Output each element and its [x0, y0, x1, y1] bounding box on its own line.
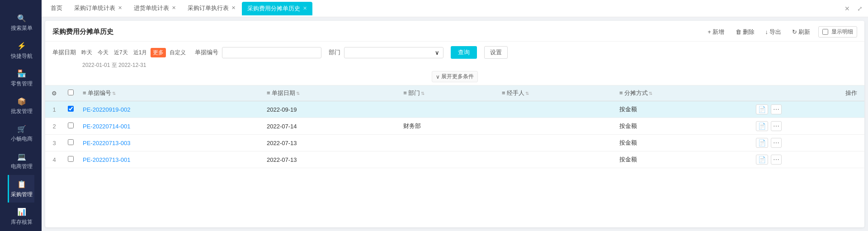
tab-close-purchase-order-exec[interactable]: ✕ [231, 5, 236, 11]
table-area: ⚙ ≡ 单据编号⇅ ≡ 单据日期⇅ ≡ 部门⇅ [45, 85, 864, 227]
order-no-link-2[interactable]: PE-20220713-003 [83, 140, 131, 146]
order-no-input[interactable] [222, 47, 321, 58]
table-checkbox-th[interactable] [63, 85, 78, 101]
date-btn-custom[interactable]: 自定义 [168, 48, 188, 57]
tab-home[interactable]: 首页 [45, 0, 68, 17]
col-date: ≡ 单据日期⇅ [262, 85, 399, 101]
row-date-3: 2022-07-13 [262, 151, 399, 168]
row-num-0: 1 [45, 101, 63, 118]
table-settings-th[interactable]: ⚙ [45, 85, 63, 101]
action-view-icon-1[interactable]: 📄 [756, 121, 768, 131]
sidebar-icon-purchase: 📋 [17, 179, 26, 189]
row-action-0: 📄 ⋯ [751, 101, 864, 118]
refresh-button[interactable]: ↻ 刷新 [789, 27, 813, 38]
row-order-no-3: PE-20220713-001 [78, 151, 262, 168]
row-checkbox-3[interactable] [63, 151, 78, 168]
show-columns-button[interactable]: 显示明细 [818, 26, 857, 38]
dept-select[interactable]: ∨ [344, 47, 443, 58]
sidebar-item-search[interactable]: 🔍 搜索菜单 [8, 9, 34, 37]
export-button[interactable]: ↓ 导出 [763, 27, 784, 38]
sidebar-label-inventory: 库存核算 [11, 218, 33, 226]
tab-purchase-order-stats[interactable]: 采购订单统计表✕ [69, 0, 127, 17]
tab-close-purchase-cost-split[interactable]: ✕ [303, 5, 307, 11]
date-btn-today[interactable]: 今天 [96, 48, 110, 57]
query-button[interactable]: 查询 [451, 46, 477, 59]
action-more-icon-0[interactable]: ⋯ [771, 104, 782, 114]
order-no-link-0[interactable]: PE-20220919-002 [83, 106, 131, 113]
sidebar-item-inventory[interactable]: 📊 库存核算 [8, 203, 34, 230]
sidebar-label-quick-nav: 快捷导航 [11, 52, 33, 60]
action-more-icon-2[interactable]: ⋯ [771, 138, 782, 148]
action-more-icon-3[interactable]: ⋯ [771, 155, 782, 165]
row-split-method-0: 按金额 [615, 101, 751, 118]
sidebar-label-wholesale: 批发管理 [11, 108, 33, 115]
row-checkbox-0[interactable] [63, 101, 78, 118]
row-num-2: 3 [45, 135, 63, 151]
col-action: 操作 [751, 85, 864, 101]
row-checkbox-2[interactable] [63, 135, 78, 151]
tab-inbound-stats[interactable]: 进货单统计表✕ [128, 0, 181, 17]
row-select-checkbox-2[interactable] [68, 139, 74, 145]
tab-label-inbound-stats: 进货单统计表 [134, 4, 169, 12]
row-checkbox-1[interactable] [63, 118, 78, 135]
sidebar-item-purchase[interactable]: 📋 采购管理 [8, 175, 34, 203]
tab-label-purchase-order-stats: 采购订单统计表 [74, 4, 115, 12]
action-view-icon-0[interactable]: 📄 [756, 104, 768, 114]
row-select-checkbox-1[interactable] [68, 123, 74, 128]
row-handler-0 [497, 101, 615, 118]
tab-label-purchase-cost-split: 采购费用分摊单历史 [247, 5, 300, 13]
page-header: 采购费用分摊单历史 + 新增 🗑 删除 ↓ 导出 ↻ 刷新 [45, 21, 864, 42]
order-no-link-3[interactable]: PE-20220713-001 [83, 156, 131, 163]
settings-button[interactable]: 设置 [484, 46, 508, 59]
sidebar-item-wholesale[interactable]: 📦 批发管理 [8, 92, 34, 120]
sidebar-item-mini-shop[interactable]: 🛒 小畅电商 [8, 120, 34, 147]
sidebar: 🔍 搜索菜单 ⚡ 快捷导航 🏪 零售管理 📦 批发管理 🛒 小畅电商 💻 电商管… [0, 0, 42, 231]
close-tab-icon[interactable]: ✕ [843, 4, 852, 13]
date-range: 2022-01-01 至 2022-12-31 [80, 61, 857, 69]
filter-area: 单据日期 昨天 今天 近7天 近1月 更多 自定义 单据编号 [45, 42, 864, 85]
row-order-no-1: PE-20220714-001 [78, 118, 262, 135]
add-button[interactable]: + 新增 [705, 27, 727, 38]
action-view-icon-3[interactable]: 📄 [756, 155, 768, 165]
sidebar-label-purchase: 采购管理 [11, 191, 33, 198]
date-btn-more[interactable]: 更多 [151, 48, 166, 57]
date-filter-label: 单据日期 [52, 48, 76, 57]
show-columns-checkbox[interactable] [822, 29, 828, 35]
tab-close-purchase-order-stats[interactable]: ✕ [118, 5, 122, 11]
expand-more-btn[interactable]: ∨ 展开更多条件 [432, 71, 478, 82]
row-handler-3 [497, 151, 615, 168]
delete-button[interactable]: 🗑 删除 [733, 27, 757, 38]
tab-close-inbound-stats[interactable]: ✕ [172, 5, 176, 11]
sidebar-icon-mini-shop: 🛒 [17, 124, 26, 134]
date-btn-1month[interactable]: 近1月 [132, 48, 149, 57]
row-split-method-1: 按金额 [615, 118, 751, 135]
chevron-down-icon: ∨ [436, 74, 440, 80]
page-title: 采购费用分摊单历史 [52, 28, 113, 36]
row-num-3: 4 [45, 151, 63, 168]
sidebar-item-quick-nav[interactable]: ⚡ 快捷导航 [8, 37, 34, 64]
row-date-1: 2022-07-14 [262, 118, 399, 135]
fullscreen-icon[interactable]: ⤢ [855, 4, 864, 13]
sidebar-item-retail[interactable]: 🏪 零售管理 [8, 64, 34, 92]
data-table: ⚙ ≡ 单据编号⇅ ≡ 单据日期⇅ ≡ 部门⇅ [45, 85, 864, 168]
row-dept-0 [399, 101, 497, 118]
row-action-3: 📄 ⋯ [751, 151, 864, 168]
row-order-no-0: PE-20220919-002 [78, 101, 262, 118]
order-no-link-1[interactable]: PE-20220714-001 [83, 123, 131, 130]
sidebar-item-ecommerce[interactable]: 💻 电商管理 [8, 147, 34, 175]
action-more-icon-1[interactable]: ⋯ [771, 121, 782, 131]
row-handler-1 [497, 118, 615, 135]
date-btn-7days[interactable]: 近7天 [112, 48, 130, 57]
tab-label-home: 首页 [51, 4, 62, 12]
row-select-checkbox-3[interactable] [68, 156, 74, 162]
tab-purchase-cost-split[interactable]: 采购费用分摊单历史✕ [242, 2, 312, 15]
date-btn-yesterday[interactable]: 昨天 [80, 48, 94, 57]
page-area: 采购费用分摊单历史 + 新增 🗑 删除 ↓ 导出 ↻ 刷新 [45, 21, 864, 227]
table-row: 2 PE-20220714-001 2022-07-14 财务部 按金额 📄 ⋯ [45, 118, 864, 135]
select-all-checkbox[interactable] [68, 90, 74, 95]
table-row: 1 PE-20220919-002 2022-09-19 按金额 📄 ⋯ [45, 101, 864, 118]
tab-purchase-order-exec[interactable]: 采购订单执行表✕ [182, 0, 241, 17]
dept-select-arrow: ∨ [435, 49, 439, 56]
action-view-icon-2[interactable]: 📄 [756, 138, 768, 148]
row-select-checkbox-0[interactable] [68, 106, 74, 112]
